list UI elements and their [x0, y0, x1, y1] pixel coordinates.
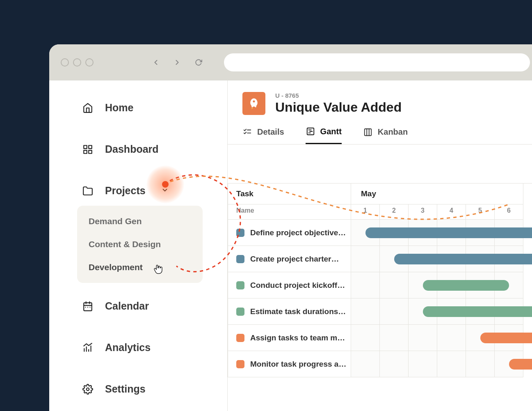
folder-icon — [82, 185, 94, 197]
gantt-cell — [351, 272, 380, 298]
gantt-cell — [466, 325, 495, 351]
window-minimize-dot[interactable] — [73, 58, 81, 67]
project-sub-development[interactable]: Development — [77, 256, 203, 279]
project-sub-demand-gen[interactable]: Demand Gen — [77, 210, 203, 233]
browser-window: Home Dashboard Projects Demand Gen C — [49, 44, 532, 411]
gantt-cell — [380, 325, 409, 351]
tab-label: Details — [257, 127, 284, 137]
task-color-swatch — [236, 360, 244, 368]
gantt-cell — [437, 246, 466, 272]
gantt-day-header: 3 — [409, 204, 437, 220]
gantt-cell — [351, 298, 380, 325]
svg-rect-2 — [89, 150, 92, 154]
svg-rect-4 — [84, 303, 92, 311]
gantt-task-row[interactable]: Assign tasks to team m… — [228, 325, 351, 351]
gantt-day-header: 6 — [495, 204, 523, 220]
browser-toolbar — [49, 44, 532, 80]
gantt-task-header: Task — [228, 184, 351, 204]
gantt-task-row[interactable]: Monitor task progress a… — [228, 351, 351, 377]
window-zoom-dot[interactable] — [85, 58, 94, 67]
gantt-task-row[interactable]: Define project objective… — [228, 220, 351, 246]
gantt-cell — [495, 246, 523, 272]
gantt-day-header: 1 — [351, 204, 380, 220]
gantt-cell — [409, 220, 437, 246]
projects-submenu: Demand Gen Content & Design Development — [77, 206, 203, 283]
sidebar-item-label: Analytics — [105, 342, 151, 354]
home-icon — [82, 102, 94, 114]
svg-rect-1 — [89, 145, 92, 149]
svg-point-15 — [87, 388, 89, 390]
svg-rect-3 — [84, 150, 87, 154]
task-color-swatch — [236, 229, 244, 237]
sidebar-item-settings[interactable]: Settings — [82, 378, 219, 400]
svg-point-16 — [253, 101, 255, 103]
task-name: Conduct project kickoff… — [250, 281, 345, 290]
tab-kanban[interactable]: Kanban — [363, 126, 408, 144]
gantt-icon — [306, 126, 315, 136]
task-color-swatch — [236, 308, 244, 316]
task-color-swatch — [236, 334, 244, 342]
reload-button[interactable] — [194, 57, 203, 67]
gantt-cell — [380, 246, 409, 272]
svg-rect-0 — [84, 145, 87, 149]
task-name: Monitor task progress a… — [250, 360, 346, 369]
tab-details[interactable]: Details — [242, 126, 284, 144]
main-content: U - 8765 Unique Value Added Details Gant… — [228, 80, 532, 411]
gantt-cell — [495, 351, 523, 377]
gantt-chart: Task May Name 1 2 3 4 5 6 Define — [228, 145, 532, 411]
gantt-cell — [351, 351, 380, 377]
gantt-task-row[interactable]: Conduct project kickoff… — [228, 272, 351, 298]
project-sub-content-design[interactable]: Content & Design — [77, 233, 203, 256]
gantt-cell — [351, 220, 380, 246]
task-color-swatch — [236, 255, 244, 263]
forward-button[interactable] — [172, 57, 182, 67]
task-name: Create project charter… — [250, 255, 339, 264]
url-bar[interactable] — [224, 53, 530, 71]
gantt-cell — [437, 272, 466, 298]
window-close-dot[interactable] — [61, 58, 69, 67]
gantt-cell — [380, 298, 409, 325]
sidebar-item-label: Home — [105, 102, 133, 114]
calendar-icon — [82, 301, 94, 312]
sidebar-item-dashboard[interactable]: Dashboard — [82, 138, 219, 160]
tab-label: Gantt — [320, 127, 342, 136]
rocket-icon — [242, 92, 265, 115]
gantt-cell — [437, 298, 466, 325]
view-tabs: Details Gantt Kanban — [228, 115, 532, 145]
gantt-day-header: 2 — [380, 204, 409, 220]
gantt-task-row[interactable]: Estimate task durations… — [228, 298, 351, 325]
gantt-cell — [409, 298, 437, 325]
sidebar-item-home[interactable]: Home — [82, 97, 219, 119]
gantt-cell — [351, 246, 380, 272]
project-title: Unique Value Added — [275, 100, 402, 115]
tab-gantt[interactable]: Gantt — [306, 126, 342, 144]
kanban-icon — [363, 127, 373, 137]
gantt-day-header: 4 — [437, 204, 466, 220]
gantt-cell — [466, 298, 495, 325]
gantt-cell — [380, 272, 409, 298]
project-header: U - 8765 Unique Value Added — [228, 80, 532, 115]
tab-label: Kanban — [378, 127, 408, 137]
gantt-month-header: May — [351, 184, 523, 204]
gantt-cell — [380, 351, 409, 377]
gantt-cell — [409, 351, 437, 377]
sidebar-item-label: Dashboard — [105, 143, 159, 155]
gantt-cell — [466, 246, 495, 272]
gear-icon — [82, 383, 94, 395]
sidebar-item-analytics[interactable]: Analytics — [82, 337, 219, 358]
grid-icon — [82, 144, 94, 155]
task-name: Define project objective… — [250, 228, 346, 237]
back-button[interactable] — [151, 57, 161, 67]
gantt-task-row[interactable]: Create project charter… — [228, 246, 351, 272]
sidebar-item-projects[interactable]: Projects — [82, 180, 219, 202]
sidebar-item-calendar[interactable]: Calendar — [82, 295, 219, 317]
gantt-cell — [437, 351, 466, 377]
gantt-cell — [466, 351, 495, 377]
gantt-cell — [466, 220, 495, 246]
gantt-day-header: 5 — [466, 204, 495, 220]
gantt-name-header: Name — [228, 204, 351, 220]
project-id: U - 8765 — [275, 92, 402, 99]
gantt-cell — [437, 325, 466, 351]
gantt-header: Task May Name 1 2 3 4 5 6 — [228, 183, 532, 220]
gantt-cell — [495, 298, 523, 325]
